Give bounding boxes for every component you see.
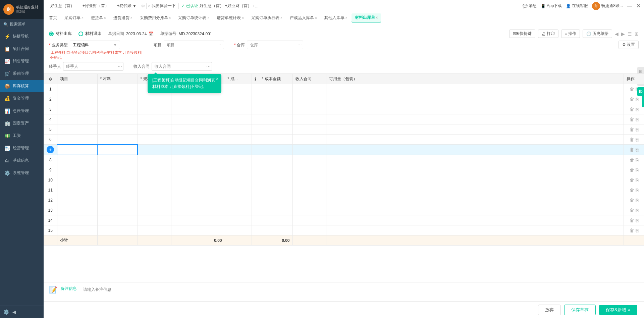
sidebar-item-quick-nav[interactable]: ⚡ 快捷导航 bbox=[0, 30, 44, 43]
project-input[interactable] bbox=[164, 41, 224, 49]
row-copy-btn[interactable]: ⎘ bbox=[636, 127, 638, 132]
row-copy-btn[interactable]: ⎘ bbox=[636, 177, 638, 183]
tab-home[interactable]: 首页 bbox=[46, 14, 60, 22]
view-toggle-list[interactable]: ☰ bbox=[628, 31, 632, 37]
tab-close-purchase-in[interactable]: × bbox=[104, 16, 106, 20]
tab-purchase-return[interactable]: 进货退货 × bbox=[110, 14, 136, 22]
col-available[interactable]: 可用量（包装） bbox=[326, 74, 624, 84]
tab-close-purchase-fee[interactable]: × bbox=[169, 16, 171, 20]
business-type-select[interactable]: 工程领料 ▼ bbox=[70, 41, 120, 49]
radio-material-out[interactable]: 材料出库 bbox=[49, 31, 72, 37]
save-new-button[interactable]: 保存&新增 ∧ bbox=[599, 305, 637, 315]
experience-label[interactable]: 我要体验一下 bbox=[152, 3, 176, 9]
warehouse-input[interactable] bbox=[247, 41, 303, 49]
handler-input[interactable] bbox=[63, 62, 123, 71]
row-delete-btn[interactable]: 🗑 bbox=[630, 228, 634, 233]
sidebar-search[interactable]: 🔍 搜索菜单 bbox=[0, 19, 44, 30]
row-1-cost-amount[interactable] bbox=[259, 84, 292, 94]
row-copy-btn[interactable]: ⎘ bbox=[636, 167, 638, 173]
row-copy-btn[interactable]: ⎘ bbox=[636, 188, 638, 193]
tab-other-in[interactable]: 其他入库单 × bbox=[321, 14, 351, 22]
row-delete-btn[interactable]: 🗑 bbox=[630, 218, 634, 223]
topbar-nav-item-yidaizhang[interactable]: +易代账 ▼ bbox=[114, 2, 140, 10]
row-delete-btn[interactable]: 🗑 bbox=[630, 117, 634, 122]
col-material[interactable]: * 材料 bbox=[97, 74, 138, 84]
tab-close-purchase-in-stat[interactable]: × bbox=[242, 16, 244, 20]
row-delete-btn[interactable]: 🗑 bbox=[630, 167, 634, 173]
sidebar-item-sales[interactable]: 📈 销售管理 bbox=[0, 55, 44, 67]
row-delete-btn[interactable]: 🗑 bbox=[630, 188, 634, 193]
sidebar-item-payroll[interactable]: 💵 工资 bbox=[0, 129, 44, 142]
online-service-btn[interactable]: 👤 在线客服 bbox=[566, 3, 588, 9]
handler-dots-btn[interactable]: ··· bbox=[118, 63, 122, 69]
row-copy-btn[interactable]: ⎘ bbox=[636, 157, 638, 163]
tab-product-in[interactable]: 产成品入库单 × bbox=[286, 14, 320, 22]
col-cost[interactable]: * 成... bbox=[225, 74, 252, 84]
sidebar-item-finance[interactable]: 💰 资金管理 bbox=[0, 92, 44, 105]
topbar-nav-item-haoyecai[interactable]: +好业财（首） bbox=[79, 2, 112, 10]
radio-btn-out[interactable] bbox=[49, 32, 54, 36]
window-minimize-btn[interactable]: — bbox=[627, 3, 632, 9]
tooltip-close-btn[interactable]: × bbox=[216, 75, 219, 83]
row-delete-btn[interactable]: 🗑 bbox=[630, 177, 634, 183]
sidebar-item-system[interactable]: ⚙️ 系统管理 bbox=[0, 167, 44, 179]
row-copy-btn[interactable]: ⎘ bbox=[636, 228, 638, 233]
row-copy-btn[interactable]: ⎘ bbox=[636, 137, 638, 142]
save-draft-button[interactable]: 保存草稿 bbox=[564, 305, 596, 315]
row-delete-btn[interactable]: 🗑 bbox=[630, 97, 634, 102]
row-1-cost[interactable] bbox=[225, 84, 252, 94]
tab-close-other-in[interactable]: × bbox=[345, 16, 347, 20]
income-contract-input[interactable] bbox=[152, 62, 212, 71]
tab-purchase-in-stat[interactable]: 进货单统计表 × bbox=[213, 14, 247, 22]
col-project[interactable]: 项目 bbox=[57, 74, 97, 84]
row-copy-btn[interactable]: ⎘ bbox=[636, 147, 638, 152]
tab-close-material-out[interactable]: × bbox=[376, 16, 378, 19]
row-copy-btn[interactable]: ⎘ bbox=[636, 117, 638, 122]
prev-doc-btn[interactable]: ◀ bbox=[615, 31, 619, 37]
topbar-more[interactable]: +... bbox=[253, 4, 259, 8]
row-copy-btn[interactable]: ⎘ bbox=[636, 218, 638, 223]
topbar-nav-item-haoshengyi[interactable]: 好生意（首） bbox=[47, 2, 78, 10]
history-btn[interactable]: 🕐 历史单据 bbox=[583, 30, 612, 38]
col-cost-amount[interactable]: * 成本金额 bbox=[259, 74, 292, 84]
window-close-btn[interactable]: ✕ bbox=[636, 3, 641, 9]
topbar-extra2[interactable]: +好业财（首） bbox=[225, 3, 252, 9]
tab-close-purchase-order[interactable]: × bbox=[82, 16, 84, 20]
row-delete-btn[interactable]: 🗑 bbox=[630, 157, 634, 163]
row-copy-btn[interactable]: ⎘ bbox=[636, 208, 638, 213]
sidebar-item-inventory[interactable]: 📦 库存核算 bbox=[0, 80, 44, 92]
tab-material-out[interactable]: 材料出库单 × bbox=[352, 13, 381, 22]
row-copy-btn[interactable]: ⎘ bbox=[636, 107, 638, 112]
row-delete-btn[interactable]: 🗑 bbox=[630, 137, 634, 142]
tab-purchase-exec[interactable]: 采购订单执行表 × bbox=[248, 14, 286, 22]
next-doc-btn[interactable]: ▶ bbox=[621, 31, 625, 37]
row-delete-btn[interactable]: 🗑 bbox=[630, 127, 634, 132]
row-1-available[interactable] bbox=[326, 84, 624, 94]
income-contract-dots-btn[interactable]: ··· bbox=[206, 63, 211, 69]
discard-button[interactable]: 放弃 bbox=[538, 305, 561, 315]
row-copy-btn[interactable]: ⎘ bbox=[636, 97, 638, 102]
operate-btn[interactable]: ≡ 操作 bbox=[561, 30, 580, 38]
right-panel-icon-3[interactable]: 🖼 bbox=[637, 87, 644, 96]
quick-key-btn[interactable]: ⌨ 快捷键 bbox=[509, 30, 535, 38]
row-delete-btn[interactable]: 🗑 bbox=[630, 147, 634, 152]
col-income-contract[interactable]: 收入合同 bbox=[292, 74, 326, 84]
row-1-delete-btn[interactable]: 🗑 bbox=[630, 87, 634, 92]
row-delete-btn[interactable]: 🗑 bbox=[630, 208, 634, 213]
user-avatar[interactable]: 财 畅捷通8账... bbox=[592, 2, 623, 10]
view-toggle-grid[interactable]: ⊞ bbox=[635, 31, 639, 37]
settings-gear-icon[interactable]: ⚙ bbox=[141, 4, 145, 8]
settings-icon[interactable]: ⚙️ bbox=[3, 309, 9, 315]
tab-close-purchase-exec[interactable]: × bbox=[280, 16, 282, 20]
row-1-project[interactable] bbox=[57, 84, 97, 94]
tab-purchase-stat[interactable]: 采购订单统计表 × bbox=[175, 14, 213, 22]
tab-purchase-in[interactable]: 进货单 × bbox=[88, 14, 109, 22]
row-copy-btn[interactable]: ⎘ bbox=[636, 198, 638, 203]
tab-purchase-order[interactable]: 采购订单 × bbox=[61, 14, 87, 22]
row-delete-btn[interactable]: 🗑 bbox=[630, 107, 634, 112]
tab-close-purchase-return[interactable]: × bbox=[130, 16, 132, 20]
tab-close-purchase-stat[interactable]: × bbox=[207, 16, 209, 20]
sidebar-item-basic-info[interactable]: 🗂 基础信息 bbox=[0, 154, 44, 167]
sidebar-item-operations[interactable]: 📉 经营管理 bbox=[0, 142, 44, 154]
sidebar-item-purchase[interactable]: 🛒 采购管理 bbox=[0, 67, 44, 80]
